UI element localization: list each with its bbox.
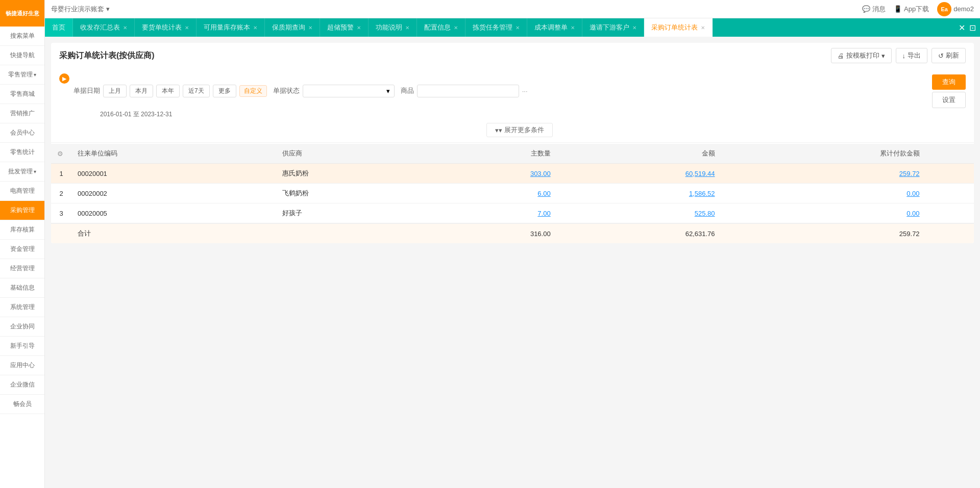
footer-empty-1 [51, 223, 71, 243]
nav-tab-11[interactable]: 采购订单统计表✕ [644, 18, 713, 37]
sidebar-item-搜索菜单[interactable]: 搜索菜单 [0, 27, 44, 46]
this-year-button[interactable]: 本年 [156, 85, 180, 97]
sidebar-item-电商管理[interactable]: 电商管理 [0, 182, 44, 201]
expand-tabs-icon[interactable]: ⊡ [969, 23, 976, 33]
expand-more-button[interactable]: ▾▾ 展开更多条件 [486, 123, 553, 137]
sidebar-item-经营管理[interactable]: 经营管理 [0, 259, 44, 278]
close-tab-2-icon[interactable]: ✕ [185, 25, 189, 31]
sidebar-item-采购管理[interactable]: 采购管理 [0, 201, 44, 220]
nav-tab-label-7: 配置信息 [424, 23, 451, 32]
cell-supplier: 好孩子 [276, 203, 429, 224]
refresh-label: 刷新 [946, 51, 959, 60]
sidebar-item-快捷导航[interactable]: 快捷导航 [0, 46, 44, 65]
expand-label: 展开更多条件 [504, 125, 544, 135]
status-select[interactable]: ▾ [303, 85, 395, 97]
footer-quantity: 316.00 [429, 223, 557, 243]
sidebar-item-企业协同[interactable]: 企业协同 [0, 317, 44, 337]
account-switcher[interactable]: 母婴行业演示账套 ▾ [51, 5, 110, 14]
close-tab-8-icon[interactable]: ✕ [516, 25, 520, 31]
setting-button[interactable]: 设置 [932, 92, 966, 108]
sidebar-item-畅会员[interactable]: 畅会员 [0, 395, 44, 414]
column-settings-icon[interactable]: ⚙ [57, 150, 63, 158]
sidebar-item-会员中心[interactable]: 会员中心 [0, 123, 44, 143]
table-row[interactable]: 3 00020005 好孩子 7.00 525.80 0.00 [51, 203, 974, 224]
custom-date-badge[interactable]: 自定义 [239, 85, 267, 97]
close-tab-7-icon[interactable]: ✕ [454, 25, 458, 31]
footer-empty-2 [276, 223, 429, 243]
close-tab-6-icon[interactable]: ✕ [405, 25, 409, 31]
refresh-button[interactable]: ↺ 刷新 [932, 48, 966, 63]
nav-tab-5[interactable]: 超储预警✕ [320, 18, 369, 37]
cell-code: 00020005 [71, 203, 276, 224]
goods-more-icon[interactable]: ··· [522, 87, 528, 95]
custom-date-label: 自定义 [244, 87, 262, 95]
nav-tab-4[interactable]: 保质期查询✕ [265, 18, 320, 37]
sidebar-item-资金管理[interactable]: 资金管理 [0, 240, 44, 259]
export-button[interactable]: ↓ 导出 [896, 48, 928, 63]
close-tab-icon[interactable]: ✕ [959, 23, 965, 33]
col-paid: 累计付款金额 [721, 144, 926, 164]
message-button[interactable]: 💬 消息 [862, 5, 886, 14]
export-label: 导出 [908, 51, 921, 60]
nav-tab-0[interactable]: 首页 [45, 18, 73, 37]
close-tab-11-icon[interactable]: ✕ [701, 25, 705, 31]
close-tab-5-icon[interactable]: ✕ [357, 25, 361, 31]
nav-tab-8[interactable]: 拣货任务管理✕ [465, 18, 527, 37]
page-header: 采购订单统计表(按供应商) 🖨 按模板打印 ▾ ↓ 导出 ↺ [51, 43, 974, 68]
cell-extra [926, 164, 974, 184]
nav-tab-10[interactable]: 邀请下游客户✕ [582, 18, 644, 37]
avatar-text: Ea [941, 6, 948, 12]
this-month-button[interactable]: 本月 [130, 85, 153, 97]
account-name: 母婴行业演示账套 [51, 5, 104, 14]
cell-extra [926, 203, 974, 224]
nav-tab-3[interactable]: 可用量库存账本✕ [197, 18, 265, 37]
nav-tab-label-11: 采购订单统计表 [651, 23, 698, 32]
nav-tab-label-9: 成本调整单 [534, 23, 568, 32]
sidebar-item-系统管理[interactable]: 系统管理 [0, 298, 44, 317]
last-month-button[interactable]: 上月 [103, 85, 127, 97]
nav-tab-6[interactable]: 功能说明✕ [369, 18, 417, 37]
collapse-filter-button[interactable]: ▶ [59, 73, 69, 84]
cell-supplier: 惠氏奶粉 [276, 164, 429, 184]
sidebar-item-新手引导[interactable]: 新手引导 [0, 337, 44, 356]
7days-button[interactable]: 近7天 [183, 85, 210, 97]
export-icon: ↓ [902, 52, 906, 60]
close-tab-1-icon[interactable]: ✕ [123, 25, 127, 31]
print-button[interactable]: 🖨 按模板打印 ▾ [831, 48, 892, 63]
cell-paid: 0.00 [721, 203, 926, 224]
query-button[interactable]: 查询 [932, 74, 966, 90]
sidebar-item-零售商城[interactable]: 零售商城 [0, 85, 44, 104]
print-label: 按模板打印 [846, 51, 879, 60]
app-download-icon: 📱 [894, 5, 902, 13]
sidebar-item-库存核算[interactable]: 库存核算 [0, 220, 44, 240]
cell-quantity: 303.00 [429, 164, 557, 184]
nav-tab-2[interactable]: 要货单统计表✕ [135, 18, 197, 37]
nav-tab-1[interactable]: 收发存汇总表✕ [73, 18, 135, 37]
status-filter: 单据状态 ▾ [273, 85, 395, 97]
sidebar-item-营销推广[interactable]: 营销推广 [0, 104, 44, 123]
close-tab-10-icon[interactable]: ✕ [632, 25, 636, 31]
close-tab-3-icon[interactable]: ✕ [253, 25, 257, 31]
table-row[interactable]: 1 00020001 惠氏奶粉 303.00 60,519.44 259.72 [51, 164, 974, 184]
sidebar-item-批发管理[interactable]: 批发管理▾ [0, 162, 44, 182]
sidebar-item-企业微信[interactable]: 企业微信 [0, 375, 44, 395]
sidebar-item-基础信息[interactable]: 基础信息 [0, 278, 44, 298]
nav-tab-9[interactable]: 成本调整单✕ [527, 18, 582, 37]
cell-index: 1 [51, 164, 71, 184]
goods-search-input[interactable] [417, 85, 519, 97]
close-tab-4-icon[interactable]: ✕ [308, 25, 312, 31]
user-name: demo2 [953, 5, 974, 13]
data-table: ⚙ 往来单位编码 供应商 主数量 金额 累计付款金额 1 00020001 惠氏… [51, 144, 974, 243]
close-tab-9-icon[interactable]: ✕ [571, 25, 575, 31]
table-row[interactable]: 2 00020002 飞鹤奶粉 6.00 1,586.52 0.00 [51, 184, 974, 203]
sidebar-item-零售统计[interactable]: 零售统计 [0, 143, 44, 162]
nav-tab-7[interactable]: 配置信息✕ [417, 18, 465, 37]
footer-paid: 259.72 [721, 223, 926, 243]
sidebar-item-零售管理[interactable]: 零售管理▾ [0, 65, 44, 85]
app-download-button[interactable]: 📱 App下载 [894, 5, 929, 14]
user-profile[interactable]: Ea demo2 [937, 2, 974, 16]
page-area: 采购订单统计表(按供应商) 🖨 按模板打印 ▾ ↓ 导出 ↺ [45, 37, 980, 488]
sidebar-item-应用中心[interactable]: 应用中心 [0, 356, 44, 375]
more-date-button[interactable]: 更多 [213, 85, 236, 97]
page-actions: 🖨 按模板打印 ▾ ↓ 导出 ↺ 刷新 [831, 48, 966, 63]
